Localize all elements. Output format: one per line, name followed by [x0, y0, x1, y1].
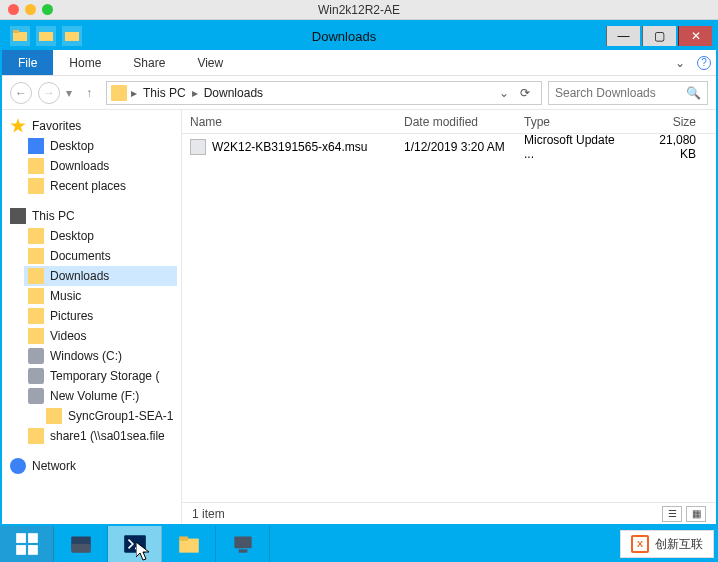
up-button[interactable]: ↑ [78, 82, 100, 104]
drive-icon [28, 368, 44, 384]
ribbon-tab-share[interactable]: Share [117, 50, 181, 75]
network-icon [10, 458, 26, 474]
window-titlebar[interactable]: Downloads — ▢ ✕ [2, 22, 716, 50]
search-input[interactable] [555, 86, 701, 100]
taskbar-server-manager[interactable] [54, 526, 108, 562]
svg-rect-7 [28, 545, 38, 555]
taskbar: ⚑ ▯ [0, 526, 718, 562]
sidebar-item-syncgroup[interactable]: SyncGroup1-SEA-1 [42, 406, 177, 426]
item-count: 1 item [192, 507, 225, 521]
sidebar-item-videos[interactable]: Videos [24, 326, 177, 346]
ribbon: File Home Share View ⌄ ? [2, 50, 716, 76]
new-folder-icon[interactable] [62, 26, 82, 46]
pc-icon [10, 208, 26, 224]
sidebar-item-music[interactable]: Music [24, 286, 177, 306]
file-list[interactable]: W2K12-KB3191565-x64.msu 1/12/2019 3:20 A… [182, 134, 716, 502]
folder-icon [111, 85, 127, 101]
explorer-window: Downloads — ▢ ✕ File Home Share View ⌄ ?… [0, 20, 718, 526]
svg-rect-4 [16, 533, 26, 543]
svg-rect-13 [234, 536, 251, 548]
column-date[interactable]: Date modified [396, 115, 516, 129]
sidebar-item-share1[interactable]: share1 (\\sa01sea.file [24, 426, 177, 446]
sidebar-network[interactable]: Network [6, 456, 177, 476]
navigation-pane: Favorites Desktop Downloads Recent place… [2, 110, 182, 524]
maximize-button[interactable]: ▢ [642, 26, 676, 46]
watermark: X 创新互联 [620, 530, 714, 558]
vm-title: Win2k12R2-AE [0, 3, 718, 17]
address-dropdown-icon[interactable]: ⌄ [499, 86, 509, 100]
taskbar-file-explorer[interactable] [162, 526, 216, 562]
desktop-icon [28, 138, 44, 154]
recent-locations-button[interactable]: ▾ [66, 86, 72, 100]
msu-file-icon [190, 139, 206, 155]
column-size[interactable]: Size [636, 115, 716, 129]
ribbon-expand-icon[interactable]: ⌄ [668, 50, 692, 75]
file-name: W2K12-KB3191565-x64.msu [212, 140, 367, 154]
svg-rect-12 [179, 536, 188, 540]
search-box[interactable]: 🔍 [548, 81, 708, 105]
sidebar-favorites[interactable]: Favorites [6, 116, 177, 136]
folder-icon [28, 308, 44, 324]
help-button[interactable]: ? [692, 50, 716, 75]
sidebar-item-recent[interactable]: Recent places [24, 176, 177, 196]
sidebar-item-temp-storage[interactable]: Temporary Storage ( [24, 366, 177, 386]
column-type[interactable]: Type [516, 115, 636, 129]
minimize-button[interactable]: — [606, 26, 640, 46]
folder-icon [28, 268, 44, 284]
folder-icon[interactable] [10, 26, 30, 46]
icons-view-button[interactable]: ▦ [686, 506, 706, 522]
taskbar-app[interactable] [216, 526, 270, 562]
file-type: Microsoft Update ... [516, 133, 636, 161]
search-icon: 🔍 [686, 86, 701, 100]
sidebar-item-drive-c[interactable]: Windows (C:) [24, 346, 177, 366]
svg-rect-2 [39, 32, 53, 41]
network-folder-icon [28, 428, 44, 444]
properties-icon[interactable] [36, 26, 56, 46]
taskbar-powershell[interactable] [108, 526, 162, 562]
sidebar-item-downloads2[interactable]: Downloads [24, 266, 177, 286]
start-button[interactable] [0, 526, 54, 562]
file-size: 21,080 KB [636, 133, 716, 161]
breadcrumb-this-pc[interactable]: This PC [141, 86, 188, 100]
navigation-bar: ← → ▾ ↑ ▸ This PC ▸ Downloads ⌄ ⟳ 🔍 [2, 76, 716, 110]
column-name[interactable]: Name [182, 115, 396, 129]
column-headers: Name Date modified Type Size [182, 110, 716, 134]
chevron-right-icon[interactable]: ▸ [192, 86, 198, 100]
ribbon-tab-view[interactable]: View [181, 50, 239, 75]
svg-rect-14 [238, 549, 247, 552]
svg-rect-10 [124, 535, 146, 552]
recent-icon [28, 178, 44, 194]
breadcrumb-downloads[interactable]: Downloads [202, 86, 265, 100]
ribbon-file-tab[interactable]: File [2, 50, 53, 75]
back-button[interactable]: ← [10, 82, 32, 104]
chevron-right-icon[interactable]: ▸ [131, 86, 137, 100]
ribbon-tab-home[interactable]: Home [53, 50, 117, 75]
drive-icon [28, 348, 44, 364]
sidebar-this-pc[interactable]: This PC [6, 206, 177, 226]
folder-icon [28, 288, 44, 304]
svg-rect-3 [65, 32, 79, 41]
sidebar-item-desktop[interactable]: Desktop [24, 136, 177, 156]
watermark-logo-icon: X [631, 535, 649, 553]
svg-rect-6 [16, 545, 26, 555]
file-row[interactable]: W2K12-KB3191565-x64.msu 1/12/2019 3:20 A… [182, 134, 716, 160]
svg-rect-1 [13, 30, 19, 33]
folder-icon [28, 248, 44, 264]
window-title: Downloads [82, 29, 606, 44]
status-bar: 1 item ☰ ▦ [182, 502, 716, 524]
file-date: 1/12/2019 3:20 AM [396, 140, 516, 154]
forward-button[interactable]: → [38, 82, 60, 104]
content-pane: Name Date modified Type Size W2K12-KB319… [182, 110, 716, 524]
sidebar-item-downloads[interactable]: Downloads [24, 156, 177, 176]
watermark-text: 创新互联 [655, 536, 703, 553]
close-button[interactable]: ✕ [678, 26, 712, 46]
address-bar[interactable]: ▸ This PC ▸ Downloads ⌄ ⟳ [106, 81, 542, 105]
refresh-button[interactable]: ⟳ [513, 86, 537, 100]
sidebar-item-drive-f[interactable]: New Volume (F:) [24, 386, 177, 406]
sidebar-item-desktop2[interactable]: Desktop [24, 226, 177, 246]
folder-icon [28, 228, 44, 244]
sidebar-item-documents[interactable]: Documents [24, 246, 177, 266]
svg-rect-0 [13, 32, 27, 41]
details-view-button[interactable]: ☰ [662, 506, 682, 522]
sidebar-item-pictures[interactable]: Pictures [24, 306, 177, 326]
